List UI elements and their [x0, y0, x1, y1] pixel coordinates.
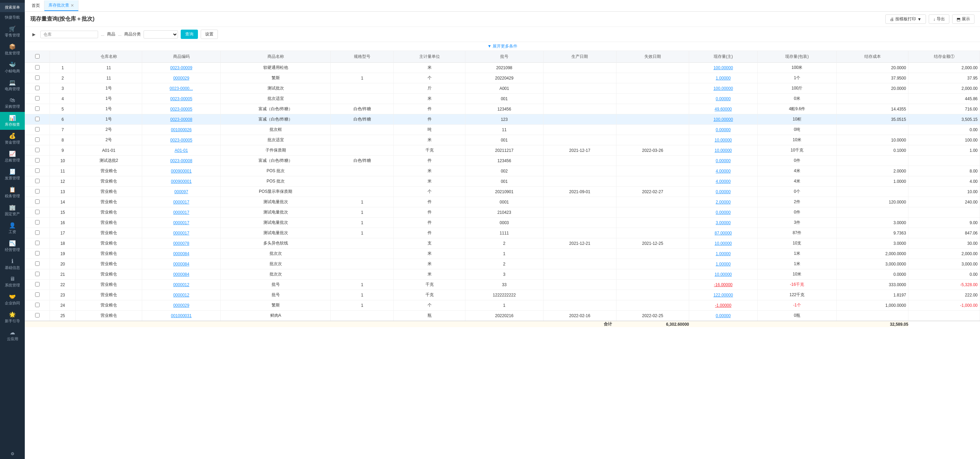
row-checkbox[interactable]	[25, 114, 50, 125]
tab-close-icon[interactable]: ✕	[70, 3, 74, 8]
row-checkbox[interactable]	[25, 135, 50, 145]
sidebar-item-operation[interactable]: 📉 经营管理	[0, 237, 25, 255]
table-row[interactable]: 1 11 0023-00009 软硬通用松他 米 2021098 100.000…	[25, 63, 980, 73]
row-qty-main[interactable]: 122.00000	[689, 290, 757, 300]
sidebar-item-invoice[interactable]: 🧾 发票管理	[0, 166, 25, 183]
table-row[interactable]: 12 营业粮仓 000900001 POS 批次 米 001 4.00000 4…	[25, 176, 980, 186]
row-qty-main[interactable]: 2.00000	[689, 197, 757, 207]
expand-btn[interactable]: ⬒ 展示	[952, 14, 975, 24]
row-checkbox[interactable]	[25, 290, 50, 300]
row-qty-main[interactable]: 0.00000	[689, 94, 757, 104]
row-qty-main[interactable]: 10.00000	[689, 238, 757, 249]
row-qty-main[interactable]: 1.00000	[689, 73, 757, 83]
row-checkbox[interactable]	[25, 280, 50, 290]
row-qty-main[interactable]: 1.00000	[689, 259, 757, 269]
sidebar-item-fixed[interactable]: 🏢 固定资产	[0, 201, 25, 219]
row-checkbox[interactable]	[25, 83, 50, 94]
row-qty-main[interactable]: 100.00000	[689, 114, 757, 125]
row-qty-main[interactable]: 4.00000	[689, 166, 757, 176]
table-row[interactable]: 5 1号 0023-00005 富减（白色/炸糖） 白色/炸糖 件 123456…	[25, 104, 980, 114]
row-checkbox[interactable]	[25, 197, 50, 207]
row-qty-main[interactable]: 10.00000	[689, 145, 757, 156]
table-row[interactable]: 8 2号 0023-00005 批次适宜 米 001 10.00000 10米 …	[25, 135, 980, 145]
row-qty-main[interactable]: 3.00000	[689, 218, 757, 228]
row-checkbox[interactable]	[25, 300, 50, 311]
row-checkbox[interactable]	[25, 63, 50, 73]
table-row[interactable]: 10 测试选批2 0023-00008 富减（白色/炸糖） 白色/炸糖 件 12…	[25, 156, 980, 166]
sidebar-search[interactable]: 搜索菜单	[0, 3, 25, 12]
row-qty-main[interactable]: 100.00000	[689, 83, 757, 94]
table-row[interactable]: 22 营业粮仓 0000012 批号 1 千克 33 -16.00000 -16…	[25, 280, 980, 290]
row-checkbox[interactable]	[25, 207, 50, 218]
row-checkbox[interactable]	[25, 259, 50, 269]
table-row[interactable]: 9 A01-01 A01-01 子件保质期 千克 20211217 2021-1…	[25, 145, 980, 156]
sidebar-item-cloud[interactable]: ☁ 云应用	[0, 327, 25, 344]
sidebar-item-tax[interactable]: 📋 税务管理	[0, 183, 25, 201]
sidebar-item-system[interactable]: 🖥 系统管理	[0, 273, 25, 291]
row-qty-main[interactable]: -1.00000	[689, 300, 757, 311]
sidebar-item-newbie[interactable]: 🌟 新手引导	[0, 309, 25, 327]
table-row[interactable]: 21 营业粮仓 0000084 批次次 米 3 10.00000 10米 0.0…	[25, 269, 980, 280]
row-qty-main[interactable]: 4.00000	[689, 176, 757, 186]
row-checkbox[interactable]	[25, 145, 50, 156]
row-checkbox[interactable]	[25, 249, 50, 259]
sidebar-item-wholesale[interactable]: 📦 批发管理	[0, 41, 25, 59]
row-qty-main[interactable]: 10.00000	[689, 135, 757, 145]
table-row[interactable]: 25 营业粮仓 001000031 鲜肉A 瓶 20220216 2022-02…	[25, 311, 980, 321]
table-row[interactable]: 20 营业粮仓 0000084 批次次 米 2 1.00000 1米 3,000…	[25, 259, 980, 269]
sidebar-item-basic[interactable]: ℹ 基础信息	[0, 255, 25, 273]
table-row[interactable]: 14 营业粮仓 0000017 测试电量批次 1 件 0001 2.00000 …	[25, 197, 980, 207]
table-row[interactable]: 23 营业粮仓 0000012 批号 1 千克 1222222222 122.0…	[25, 290, 980, 300]
expand-conditions-btn[interactable]: ▼ 展开更多条件	[487, 43, 517, 49]
row-qty-main[interactable]: -16.00000	[689, 280, 757, 290]
row-qty-main[interactable]: 0.00000	[689, 125, 757, 135]
sidebar-item-retail[interactable]: 🛒 零售管理	[0, 23, 25, 41]
warehouse-input[interactable]	[40, 31, 98, 38]
row-checkbox[interactable]	[25, 186, 50, 197]
row-qty-main[interactable]: 49.60000	[689, 104, 757, 114]
table-row[interactable]: 18 营业粮仓 0000078 多头异色软线 支 2 2021-12-21 20…	[25, 238, 980, 249]
table-row[interactable]: 16 营业粮仓 0000017 测试电量批次 1 件 0003 3.00000 …	[25, 218, 980, 228]
sidebar-item-assets[interactable]: 💰 资金管理	[0, 130, 25, 148]
sidebar-item-quick-nav[interactable]: 快捷导航	[0, 12, 25, 23]
sidebar-item-corp[interactable]: 🤝 企业协同	[0, 291, 25, 309]
tab-home[interactable]: 首页	[27, 1, 45, 11]
row-checkbox[interactable]	[25, 269, 50, 280]
row-qty-main[interactable]: 0.00000	[689, 207, 757, 218]
row-checkbox[interactable]	[25, 156, 50, 166]
sidebar-item-general[interactable]: 📈 总账管理	[0, 148, 25, 166]
filter-expand-btn[interactable]: ▶	[30, 31, 38, 38]
row-checkbox[interactable]	[25, 73, 50, 83]
table-row[interactable]: 7 2号 001000026 批次框 吨 11 0.00000 0吨 0.00	[25, 125, 980, 135]
table-row[interactable]: 17 营业粮仓 0000017 测试电量批次 1 件 1111 87.00000…	[25, 228, 980, 238]
sidebar-item-purchase[interactable]: 🛍 采购管理	[0, 94, 25, 112]
table-row[interactable]: 19 营业粮仓 0000084 批次次 米 1 1.00000 1米 2,000…	[25, 249, 980, 259]
sidebar-item-inventory[interactable]: 📊 库存核查	[0, 112, 25, 130]
export-btn[interactable]: ↓ 导出	[929, 14, 949, 24]
table-row[interactable]: 3 1号 0023-0000... 测试批次 斤 A001 100.00000 …	[25, 83, 980, 94]
print-btn[interactable]: 🖨 按模板打印 ▼	[885, 14, 926, 24]
table-row[interactable]: 2 11 0000029 繁斯 1 个 20220429 1.00000 1个 …	[25, 73, 980, 83]
table-row[interactable]: 6 1号 0023-00008 富减（白色/炸糖） 白色/炸糖 件 123 10…	[25, 114, 980, 125]
row-checkbox[interactable]	[25, 94, 50, 104]
row-qty-main[interactable]: 0.00000	[689, 186, 757, 197]
row-checkbox[interactable]	[25, 125, 50, 135]
row-checkbox[interactable]	[25, 238, 50, 249]
table-row[interactable]: 24 营业粮仓 0000029 繁斯 1 个 1 -1.00000 -1个 1,…	[25, 300, 980, 311]
row-qty-main[interactable]: 1.00000	[689, 249, 757, 259]
sidebar-item-hr[interactable]: 👤 工资	[0, 219, 25, 237]
row-qty-main[interactable]: 87.00000	[689, 228, 757, 238]
settings-btn[interactable]: 设置	[201, 30, 218, 39]
row-qty-main[interactable]: 100.00000	[689, 63, 757, 73]
row-checkbox[interactable]	[25, 104, 50, 114]
sidebar-settings[interactable]: ⚙	[0, 449, 25, 459]
select-all-checkbox[interactable]	[35, 54, 40, 59]
row-qty-main[interactable]: 0.00000	[689, 311, 757, 321]
sidebar-item-small-ecom[interactable]: 🐳 小鲸电商	[0, 59, 25, 76]
query-btn[interactable]: 查询	[181, 30, 198, 39]
sidebar-item-ecom[interactable]: 💻 电商管理	[0, 76, 25, 94]
row-qty-main[interactable]: 0.00000	[689, 156, 757, 166]
table-row[interactable]: 15 营业粮仓 0000017 测试电量批次 1 件 210423 0.0000…	[25, 207, 980, 218]
row-checkbox[interactable]	[25, 311, 50, 321]
row-checkbox[interactable]	[25, 228, 50, 238]
